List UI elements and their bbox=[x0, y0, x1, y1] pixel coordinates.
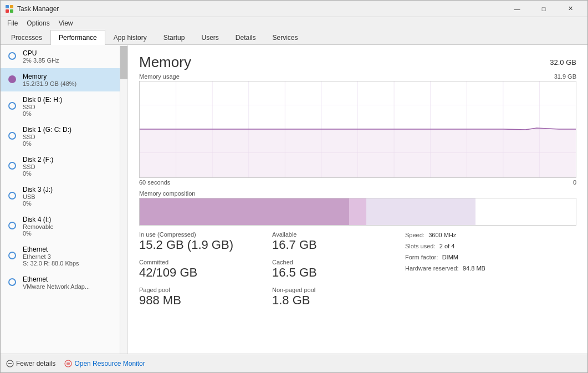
disk1-icon bbox=[8, 132, 17, 141]
sidebar-item-ethernet1[interactable]: Ethernet Ethernet 3 S: 32.0 R: 88.0 Kbps bbox=[1, 241, 127, 271]
stat-hw-reserved: Hardware reserved: 94.8 MB bbox=[405, 264, 576, 272]
cached-label: Cached bbox=[272, 259, 405, 265]
close-button[interactable]: ✕ bbox=[558, 1, 583, 17]
sidebar: CPU 2% 3.85 GHz Memory 15.2/31.9 GB (48%… bbox=[1, 45, 128, 354]
title-bar: Task Manager — □ ✕ bbox=[1, 1, 587, 17]
disk4-icon bbox=[8, 222, 17, 231]
menu-file[interactable]: File bbox=[3, 18, 22, 28]
sidebar-item-ethernet2[interactable]: Ethernet VMware Network Adap... bbox=[1, 271, 127, 294]
stat-cached: Cached 16.5 GB bbox=[272, 259, 405, 280]
composition-label: Memory composition bbox=[139, 190, 576, 197]
disk2-icon bbox=[8, 162, 17, 171]
comp-in-use bbox=[140, 198, 349, 225]
window-title: Task Manager bbox=[17, 5, 504, 13]
form-value: DIMM bbox=[442, 254, 458, 260]
memory-name: Memory bbox=[23, 73, 122, 80]
tab-performance[interactable]: Performance bbox=[50, 30, 105, 45]
disk3-icon bbox=[8, 192, 17, 201]
stat-speed: Speed: 3600 MHz bbox=[405, 231, 576, 239]
speed-label: Speed: bbox=[405, 232, 425, 238]
panel-header: Memory 32.0 GB bbox=[139, 54, 576, 71]
right-panel: Memory 32.0 GB Memory usage 31.9 GB bbox=[128, 45, 587, 354]
speed-value: 3600 MHz bbox=[428, 232, 456, 238]
svg-rect-3 bbox=[10, 9, 13, 13]
fewer-details-icon bbox=[6, 360, 14, 367]
menu-bar: File Options View bbox=[1, 17, 587, 29]
slots-label: Slots used: bbox=[405, 243, 435, 249]
disk3-usage: 0% bbox=[23, 200, 122, 207]
ethernet1-speed: S: 32.0 R: 88.0 Kbps bbox=[23, 260, 122, 267]
disk4-usage: 0% bbox=[23, 230, 122, 237]
chart-time-row: 60 seconds 0 bbox=[139, 179, 576, 186]
svg-rect-0 bbox=[6, 5, 9, 8]
disk1-usage: 0% bbox=[23, 140, 122, 147]
tab-details[interactable]: Details bbox=[227, 30, 264, 45]
menu-view[interactable]: View bbox=[54, 18, 78, 28]
memory-icon bbox=[8, 75, 17, 84]
cached-value: 16.5 GB bbox=[272, 265, 405, 280]
ethernet1-name: Ethernet bbox=[23, 246, 122, 253]
disk0-type: SSD bbox=[23, 104, 122, 110]
sidebar-item-memory[interactable]: Memory 15.2/31.9 GB (48%) bbox=[1, 68, 127, 91]
open-resource-monitor-label: Open Resource Monitor bbox=[74, 360, 145, 367]
memory-usage: 15.2/31.9 GB (48%) bbox=[23, 80, 122, 87]
fewer-details-button[interactable]: Fewer details bbox=[6, 360, 55, 367]
svg-rect-19 bbox=[140, 129, 576, 177]
paged-pool-label: Paged pool bbox=[139, 287, 272, 293]
window-controls: — □ ✕ bbox=[504, 1, 583, 17]
stats-col2: Available 16.7 GB Cached 16.5 GB Non-pag… bbox=[272, 231, 405, 314]
disk0-usage: 0% bbox=[23, 110, 122, 117]
sidebar-item-disk4[interactable]: Disk 4 (I:) Removable 0% bbox=[1, 211, 127, 241]
maximize-button[interactable]: □ bbox=[531, 1, 556, 17]
sidebar-scroll-thumb[interactable] bbox=[120, 46, 128, 79]
stat-paged-pool: Paged pool 988 MB bbox=[139, 287, 272, 308]
cpu-icon bbox=[8, 52, 17, 61]
ethernet1-adapter: Ethernet 3 bbox=[23, 253, 122, 260]
memory-usage-section: Memory usage 31.9 GB bbox=[139, 73, 576, 186]
tab-processes[interactable]: Processes bbox=[3, 30, 50, 45]
minimize-button[interactable]: — bbox=[504, 1, 530, 17]
slots-value: 2 of 4 bbox=[439, 243, 455, 249]
sidebar-item-disk2[interactable]: Disk 2 (F:) SSD 0% bbox=[1, 151, 127, 181]
paged-pool-value: 988 MB bbox=[139, 293, 272, 308]
available-value: 16.7 GB bbox=[272, 238, 405, 252]
open-resource-monitor-button[interactable]: Open Resource Monitor bbox=[64, 360, 145, 367]
svg-rect-2 bbox=[6, 9, 9, 13]
disk2-type: SSD bbox=[23, 163, 122, 170]
menu-options[interactable]: Options bbox=[22, 18, 54, 28]
sidebar-item-cpu[interactable]: CPU 2% 3.85 GHz bbox=[1, 45, 127, 68]
svg-rect-1 bbox=[10, 5, 13, 8]
in-use-label: In use (Compressed) bbox=[139, 231, 272, 238]
disk2-usage: 0% bbox=[23, 170, 122, 177]
tab-startup[interactable]: Startup bbox=[155, 30, 193, 45]
tab-app-history[interactable]: App history bbox=[105, 30, 155, 45]
stat-in-use: In use (Compressed) 15.2 GB (1.9 GB) bbox=[139, 231, 272, 252]
task-manager-window: Task Manager — □ ✕ File Options View Pro… bbox=[0, 0, 588, 373]
sidebar-item-disk0[interactable]: Disk 0 (E: H:) SSD 0% bbox=[1, 91, 127, 121]
stat-available: Available 16.7 GB bbox=[272, 231, 405, 252]
sidebar-scrollbar[interactable] bbox=[120, 45, 127, 354]
stats-grid: In use (Compressed) 15.2 GB (1.9 GB) Com… bbox=[139, 231, 576, 314]
stats-col1: In use (Compressed) 15.2 GB (1.9 GB) Com… bbox=[139, 231, 272, 314]
bottom-bar: Fewer details Open Resource Monitor bbox=[1, 354, 587, 372]
tab-users[interactable]: Users bbox=[193, 30, 227, 45]
sidebar-item-disk1[interactable]: Disk 1 (G: C: D:) SSD 0% bbox=[1, 121, 127, 151]
disk0-icon bbox=[8, 102, 17, 111]
disk2-name: Disk 2 (F:) bbox=[23, 156, 122, 163]
app-icon bbox=[5, 4, 14, 13]
stat-committed: Committed 42/109 GB bbox=[139, 259, 272, 280]
chart-title-label: Memory usage bbox=[139, 73, 180, 80]
tab-services[interactable]: Services bbox=[264, 30, 306, 45]
cpu-usage: 2% 3.85 GHz bbox=[23, 57, 122, 64]
disk3-type: USB bbox=[23, 193, 122, 200]
tab-bar: Processes Performance App history Startu… bbox=[1, 29, 587, 45]
chart-time-end: 0 bbox=[573, 179, 576, 186]
fewer-details-label: Fewer details bbox=[16, 360, 55, 367]
stats-col3: Speed: 3600 MHz Slots used: 2 of 4 Form … bbox=[405, 231, 576, 314]
composition-section: Memory composition bbox=[139, 190, 576, 226]
svg-rect-23 bbox=[67, 362, 70, 365]
ethernet2-icon bbox=[8, 278, 17, 287]
sidebar-item-disk3[interactable]: Disk 3 (J:) USB 0% bbox=[1, 181, 127, 211]
stat-slots: Slots used: 2 of 4 bbox=[405, 242, 576, 250]
in-use-value: 15.2 GB (1.9 GB) bbox=[139, 238, 272, 252]
